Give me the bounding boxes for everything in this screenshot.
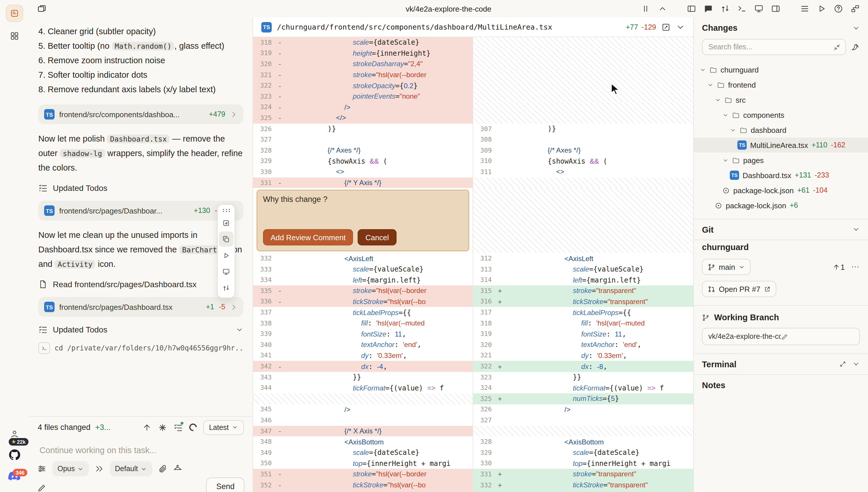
diff-line[interactable]: 329 scale={dateScale} — [473, 447, 693, 458]
updated-todos-row[interactable]: Updated Todos — [38, 325, 243, 334]
diff-line[interactable]: 330 top={innerHeight + margi — [473, 458, 693, 469]
display-icon[interactable] — [219, 264, 233, 279]
diff-line[interactable]: 321 dy: '0.33em', — [473, 350, 693, 361]
diff-line[interactable]: 343 }} — [253, 372, 473, 383]
diff-line[interactable]: 331+ stroke="transparent" — [473, 469, 693, 479]
help-icon[interactable] — [834, 4, 843, 13]
diff-line[interactable]: 333 scale={valueScale} — [253, 264, 473, 275]
add-review-comment-button[interactable]: Add Review Comment — [263, 229, 353, 246]
diff-line[interactable]: 318- scale={dateScale} — [253, 37, 473, 48]
terminal-icon[interactable] — [737, 4, 747, 13]
diff-line[interactable]: 320- strokeDasharray="2,4" — [253, 58, 473, 69]
open-pr-button[interactable]: Open PR #7 — [702, 281, 776, 297]
diff-line[interactable]: 309 {/* Axes */} — [473, 145, 693, 156]
working-branch-input[interactable]: vk/4e2a-explore-the-code — [702, 328, 860, 345]
tree-folder-churnguard[interactable]: churnguard — [694, 62, 868, 77]
chevron-down-icon[interactable] — [236, 326, 243, 333]
chevron-down-icon[interactable] — [852, 24, 860, 32]
read-file-row[interactable]: Read frontend/src/pages/Dashboard.tsx — [38, 280, 243, 289]
list-checks-icon[interactable] — [173, 423, 183, 432]
diff-line[interactable]: 311 <> — [473, 167, 693, 177]
diff-line[interactable]: 319 fontSize: 11, — [473, 329, 693, 339]
diff-line[interactable]: 327 — [473, 415, 693, 425]
diff-view-icon[interactable] — [661, 22, 671, 32]
workflow-icon[interactable] — [850, 4, 860, 13]
search-input[interactable] — [707, 42, 830, 52]
grid-icon[interactable] — [10, 31, 19, 41]
chevron-down-icon[interactable] — [676, 22, 685, 32]
diff-line[interactable]: 310 {showAxis && ( — [473, 156, 693, 167]
diff-line[interactable]: 326 )} — [253, 124, 473, 134]
diff-line[interactable]: 331- {/* Y Axis */} — [253, 177, 473, 188]
file-change-chip[interactable]: TS frontend/src/components/dashboa... +4… — [38, 104, 243, 124]
diff-line[interactable]: 325- </> — [253, 113, 473, 123]
diff-line[interactable]: 321- stroke="hsl(var(--border — [253, 70, 473, 80]
tune-icon[interactable] — [37, 464, 46, 473]
diff-line[interactable]: 332+ tickStroke="transparent" — [473, 480, 693, 491]
tree-folder-dashboard[interactable]: dashboard — [694, 122, 868, 138]
git-compare-icon[interactable] — [721, 4, 730, 13]
chat-input[interactable] — [38, 445, 243, 456]
diff-line[interactable]: 346 — [253, 415, 473, 425]
diff-line[interactable]: 351- stroke="hsl(var(--border — [253, 469, 473, 479]
play-icon[interactable] — [219, 248, 233, 263]
pencil-icon[interactable] — [37, 483, 46, 492]
display-icon[interactable] — [754, 4, 764, 13]
github-icon[interactable] — [8, 448, 21, 461]
tree-file-package-lock.json[interactable]: package-lock.json+6 — [694, 198, 868, 213]
ahead-count[interactable]: 1 — [832, 263, 845, 271]
diff-line[interactable]: 335- stroke="hsl(var(--border — [253, 286, 473, 296]
run-icon[interactable] — [817, 4, 826, 13]
annotate-icon[interactable] — [219, 215, 233, 230]
bird-icon[interactable] — [850, 42, 860, 52]
chevron-down-icon[interactable] — [852, 360, 860, 368]
person-icon[interactable] — [10, 429, 19, 439]
cancel-button[interactable]: Cancel — [358, 229, 397, 246]
file-change-chip[interactable]: TS frontend/src/pages/Dashboar... +130 -… — [38, 201, 243, 220]
diff-line[interactable]: 338 fill: 'hsl(var(--muted — [253, 318, 473, 329]
file-change-chip[interactable]: TS frontend/src/pages/Dashboard.tsx +1 -… — [38, 297, 243, 317]
panel-right-icon[interactable] — [771, 4, 780, 13]
diff-line[interactable]: 324- /> — [253, 102, 473, 113]
diff-line[interactable]: 323- pointerEvents="none" — [253, 91, 473, 102]
diff-line[interactable]: 328 {/* Axes */} — [253, 145, 473, 156]
collapse-icon[interactable] — [833, 43, 841, 51]
terminal-command-row[interactable]: cd /private/var/folders/10/h7w0q46556ggr… — [38, 342, 243, 354]
tree-file-package-lock.json[interactable]: package-lock.json+61-104 — [694, 183, 868, 198]
diff-line[interactable]: 327 — [253, 134, 473, 145]
diff-line[interactable]: 333+ — [473, 491, 693, 492]
diff-line[interactable]: 317 tickLabelProps={{ — [473, 307, 693, 318]
diff-line[interactable]: 326 /> — [473, 404, 693, 415]
diff-line[interactable]: 313 scale={valueScale} — [473, 264, 693, 275]
diff-line[interactable]: 328 <AxisBottom — [473, 437, 693, 447]
comment-textarea[interactable]: Why this change ? — [263, 195, 463, 229]
diff-line[interactable]: 347- {/* X Axis */} — [253, 426, 473, 437]
copy-icon[interactable] — [219, 231, 233, 247]
diff-line[interactable]: 345 /> — [253, 404, 473, 415]
chevron-up-icon[interactable] — [658, 4, 667, 13]
diff-body[interactable]: 318- scale={dateScale}319- height={inner… — [253, 37, 693, 492]
notes-section-header[interactable]: Notes — [694, 374, 868, 395]
menu-icon[interactable] — [800, 4, 810, 13]
updated-todos-row[interactable]: Updated Todos — [38, 183, 243, 193]
panel-left-icon[interactable] — [687, 4, 696, 13]
tree-folder-frontend[interactable]: frontend — [694, 77, 868, 92]
diff-line[interactable]: 322- strokeOpacity={0.2} — [253, 80, 473, 91]
drag-handle-icon[interactable] — [222, 206, 230, 215]
diff-line[interactable]: 329 {showAxis && ( — [253, 156, 473, 167]
diff-line[interactable]: 325+ numTicks={5} — [473, 393, 693, 404]
diff-line[interactable]: 353- — [253, 491, 473, 492]
diff-line[interactable]: 337 tickLabelProps={{ — [253, 307, 473, 318]
diff-line[interactable]: 318 fill: 'hsl(var(--muted — [473, 318, 693, 329]
diff-line[interactable]: 348 <AxisBottom — [253, 437, 473, 447]
diff-line[interactable]: 322+ dx: -8, — [473, 361, 693, 372]
changes-section-header[interactable]: Changes — [694, 18, 868, 38]
diff-line[interactable]: 323 }} — [473, 372, 693, 383]
tree-folder-components[interactable]: components — [694, 107, 868, 122]
paperclip-icon[interactable] — [158, 464, 167, 473]
git-compare-icon[interactable] — [219, 280, 233, 295]
diff-line[interactable]: 342- dx: -4, — [253, 361, 473, 372]
search-box[interactable] — [702, 39, 846, 55]
diff-line[interactable]: 314 left={margin.left} — [473, 275, 693, 286]
diff-line[interactable]: 319- height={innerHeight} — [253, 48, 473, 58]
